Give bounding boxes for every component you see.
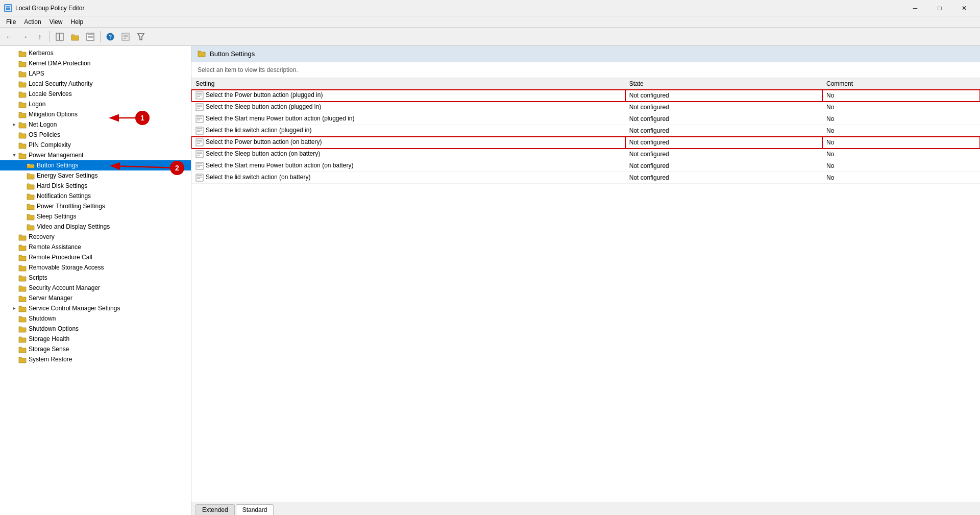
tree-item[interactable]: ►Net Logon <box>0 119 191 130</box>
tree-item[interactable]: Power Throttling Settings <box>0 201 191 211</box>
tree-item[interactable]: ►Service Control Manager Settings <box>0 303 191 313</box>
menu-action[interactable]: Action <box>20 17 45 27</box>
tree-expander-icon[interactable]: ► <box>10 304 18 312</box>
menu-view[interactable]: View <box>45 17 67 27</box>
tab-standard[interactable]: Standard <box>236 504 274 515</box>
comment-cell: No <box>822 149 980 160</box>
folder-button[interactable] <box>68 30 82 44</box>
tab-extended[interactable]: Extended <box>195 504 235 515</box>
folder-icon <box>18 59 27 67</box>
tree-item[interactable]: Shutdown <box>0 313 191 324</box>
folder-icon <box>27 182 35 190</box>
table-row[interactable]: Select the Power button action (plugged … <box>191 90 980 102</box>
tree-item[interactable]: Removable Storage Access <box>0 262 191 273</box>
tree-item[interactable]: Sleep Settings <box>0 211 191 222</box>
col-state[interactable]: State <box>625 78 822 90</box>
tree-item[interactable]: Button Settings <box>0 160 191 170</box>
tree-expander-icon <box>10 284 18 292</box>
folder-icon <box>27 171 35 180</box>
folder-icon <box>18 335 27 343</box>
setting-text: Select the Start menu Power button actio… <box>206 162 354 169</box>
table-row[interactable]: Select the Sleep button action (on batte… <box>191 149 980 160</box>
tree-item[interactable]: Storage Health <box>0 334 191 344</box>
up-button[interactable]: ↑ <box>33 30 47 44</box>
tree-item[interactable]: Logon <box>0 99 191 109</box>
tree-item-label: Shutdown Options <box>29 325 79 332</box>
tree-item[interactable]: OS Policies <box>0 130 191 140</box>
tree-item[interactable]: System Restore <box>0 354 191 364</box>
bottom-tabs: Extended Standard <box>191 502 980 515</box>
tree-item[interactable]: ▼Power Management <box>0 150 191 160</box>
folder-icon <box>18 314 27 323</box>
tree-item[interactable]: Mitigation Options <box>0 109 191 119</box>
tree-expander-icon <box>10 274 18 282</box>
tree-item[interactable]: Shutdown Options <box>0 324 191 334</box>
tree-item[interactable]: Hard Disk Settings <box>0 181 191 191</box>
setting-icon <box>195 150 204 158</box>
setting-text: Select the Sleep button action (plugged … <box>206 103 321 110</box>
table-row[interactable]: Select the Power button action (on batte… <box>191 137 980 149</box>
tree-item[interactable]: Locale Services <box>0 89 191 99</box>
folder-icon <box>18 100 27 108</box>
table-row[interactable]: Select the lid switch action (plugged in… <box>191 125 980 137</box>
tree-expander-icon <box>18 192 27 200</box>
tree-expander-icon[interactable]: ▼ <box>10 151 18 159</box>
tree-item[interactable]: LAPS <box>0 68 191 79</box>
table-row[interactable]: Select the lid switch action (on battery… <box>191 172 980 184</box>
tree-item[interactable]: Storage Sense <box>0 344 191 354</box>
tree-expander-icon <box>10 49 18 57</box>
svg-rect-19 <box>196 104 203 111</box>
folder-icon <box>18 304 27 312</box>
setting-icon <box>195 162 204 170</box>
close-button[interactable]: ✕ <box>952 0 976 16</box>
maximize-button[interactable]: □ <box>928 0 951 16</box>
menu-help[interactable]: Help <box>67 17 88 27</box>
table-row[interactable]: Select the Start menu Power button actio… <box>191 113 980 125</box>
show-hide-button[interactable] <box>53 30 67 44</box>
tree-item-label: Storage Health <box>29 335 69 342</box>
tree-item[interactable]: Remote Procedure Call <box>0 252 191 262</box>
menu-file[interactable]: File <box>2 17 20 27</box>
tree-item[interactable]: PIN Complexity <box>0 140 191 150</box>
setting-icon <box>195 174 204 182</box>
tree-item[interactable]: Energy Saver Settings <box>0 170 191 181</box>
tree-expander-icon <box>10 253 18 261</box>
tree-item[interactable]: Recovery <box>0 232 191 242</box>
tree-item[interactable]: Security Account Manager <box>0 283 191 293</box>
folder-icon <box>18 69 27 78</box>
tree-item[interactable]: Kerberos <box>0 48 191 58</box>
col-setting[interactable]: Setting <box>191 78 625 90</box>
setting-cell: Select the lid switch action (on battery… <box>191 172 625 184</box>
tree-item[interactable]: Remote Assistance <box>0 242 191 252</box>
tree-item[interactable]: Video and Display Settings <box>0 222 191 232</box>
back-button[interactable]: ← <box>2 30 16 44</box>
export-button[interactable] <box>83 30 97 44</box>
panel-header-title: Button Settings <box>210 50 255 58</box>
tree-expander-icon[interactable]: ► <box>10 120 18 129</box>
table-row[interactable]: Select the Sleep button action (plugged … <box>191 102 980 113</box>
comment-cell: No <box>822 172 980 184</box>
title-bar: Local Group Policy Editor ─ □ ✕ <box>0 0 980 16</box>
help-button[interactable]: ? <box>103 30 117 44</box>
tree-item[interactable]: Scripts <box>0 273 191 283</box>
tree-item[interactable]: Notification Settings <box>0 191 191 201</box>
tree-item[interactable]: Local Security Authority <box>0 79 191 89</box>
folder-icon <box>18 141 27 149</box>
tree-expander-icon <box>18 171 27 180</box>
description-text: Select an item to view its description. <box>198 66 298 73</box>
main-container: KerberosKernel DMA ProtectionLAPSLocal S… <box>0 46 980 515</box>
state-cell: Not configured <box>625 149 822 160</box>
properties-button[interactable] <box>118 30 133 44</box>
forward-button[interactable]: → <box>17 30 32 44</box>
col-comment[interactable]: Comment <box>822 78 980 90</box>
tree-item[interactable]: Server Manager <box>0 293 191 303</box>
table-row[interactable]: Select the Start menu Power button actio… <box>191 160 980 172</box>
folder-icon <box>18 263 27 272</box>
comment-cell: No <box>822 102 980 113</box>
filter-button[interactable] <box>134 30 148 44</box>
tree-item[interactable]: Kernel DMA Protection <box>0 58 191 68</box>
folder-icon <box>18 120 27 129</box>
minimize-button[interactable]: ─ <box>903 0 927 16</box>
window: Local Group Policy Editor ─ □ ✕ File Act… <box>0 0 980 515</box>
setting-text: Select the Power button action (on batte… <box>206 138 322 145</box>
